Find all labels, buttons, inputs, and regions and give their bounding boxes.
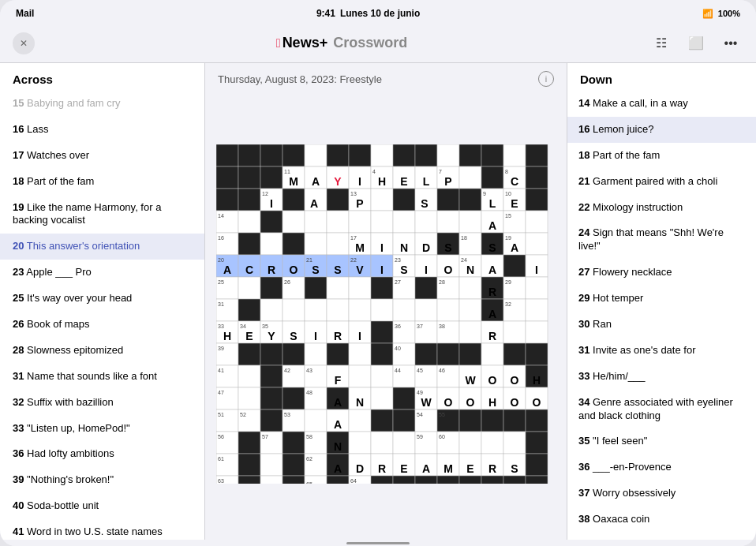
- info-icon[interactable]: i: [538, 71, 554, 87]
- svg-rect-224: [437, 343, 459, 365]
- clue-across-39[interactable]: 39 "Nothing's broken!": [0, 467, 204, 493]
- svg-text:21: 21: [306, 257, 313, 263]
- clue-across-23[interactable]: 23 Apple ___ Pro: [0, 260, 204, 286]
- clue-down-36[interactable]: 36 ___-en-Provence: [567, 454, 756, 481]
- clue-down-21[interactable]: 21 Garment paired with a choli: [567, 169, 756, 195]
- more-button[interactable]: •••: [718, 31, 743, 56]
- clue-across-18[interactable]: 18 Part of the fam: [0, 169, 204, 195]
- svg-rect-153: [371, 277, 393, 299]
- svg-rect-326: [238, 454, 260, 476]
- clue-down-38[interactable]: 38 Oaxaca coin: [567, 507, 756, 533]
- clue-down-29[interactable]: 29 Hot temper: [567, 286, 756, 312]
- svg-rect-77: [415, 211, 437, 233]
- clue-down-37[interactable]: 37 Worry obsessively: [567, 481, 756, 507]
- svg-rect-359: [393, 476, 415, 484]
- svg-rect-175: [393, 299, 415, 321]
- svg-rect-228: [526, 343, 548, 365]
- clue-across-17[interactable]: 17 Watches over: [0, 143, 204, 169]
- clue-down-14[interactable]: 14 Make a call, in a way: [567, 91, 756, 117]
- svg-rect-147: [238, 277, 260, 299]
- clue-across-33[interactable]: 33 "Listen up, HomePod!": [0, 416, 204, 442]
- clue-across-32[interactable]: 32 Suffix with bazillion: [0, 390, 204, 416]
- svg-rect-361: [437, 476, 459, 484]
- svg-text:51: 51: [218, 412, 224, 417]
- clue-across-25[interactable]: 25 It's way over your head: [0, 286, 204, 312]
- list-view-button[interactable]: ☷: [649, 31, 674, 56]
- svg-text:S: S: [290, 330, 297, 342]
- svg-rect-290: [371, 410, 393, 432]
- svg-text:O: O: [444, 264, 453, 276]
- svg-text:54: 54: [417, 412, 423, 417]
- svg-rect-12: [481, 144, 503, 166]
- fullscreen-icon: ⬜: [688, 36, 704, 50]
- apple-logo: : [276, 36, 281, 50]
- svg-text:23: 23: [395, 257, 401, 263]
- clue-down-30[interactable]: 30 Ran: [567, 312, 756, 338]
- svg-rect-220: [349, 343, 371, 365]
- svg-rect-155: [415, 277, 437, 299]
- svg-rect-316: [481, 432, 503, 454]
- svg-text:M: M: [443, 462, 453, 475]
- clue-down-31[interactable]: 31 Invite as one's date for: [567, 338, 756, 364]
- svg-rect-173: [349, 299, 371, 321]
- clue-down-35[interactable]: 35 "I feel seen": [567, 428, 756, 454]
- svg-rect-44: [238, 189, 260, 211]
- clue-down-34[interactable]: 34 Genre associated with eyeliner and bl…: [567, 390, 756, 429]
- svg-text:53: 53: [284, 412, 290, 417]
- svg-text:R: R: [488, 286, 496, 298]
- svg-text:S: S: [334, 264, 341, 276]
- clue-across-19[interactable]: 19 Like the name Harmony, for a backing …: [0, 195, 204, 234]
- svg-rect-237: [349, 365, 371, 387]
- svg-rect-79: [459, 211, 481, 233]
- svg-rect-75: [371, 211, 393, 233]
- clue-across-prev[interactable]: 15 Babying and fam cry: [0, 91, 204, 117]
- svg-text:I: I: [380, 241, 384, 254]
- svg-rect-74: [349, 211, 371, 233]
- clue-across-40[interactable]: 40 Soda-bottle unit: [0, 493, 204, 519]
- svg-text:35: 35: [262, 323, 268, 329]
- svg-text:O: O: [533, 396, 541, 409]
- clue-across-31[interactable]: 31 Name that sounds like a font: [0, 364, 204, 390]
- svg-rect-192: [371, 321, 393, 343]
- close-icon: ✕: [20, 38, 28, 49]
- svg-text:I: I: [535, 264, 538, 276]
- svg-rect-150: [305, 277, 327, 299]
- clue-down-18[interactable]: 18 Part of the fam: [567, 143, 756, 169]
- status-date: Lunes 10 de junio: [340, 8, 420, 19]
- clue-down-24[interactable]: 24 Sign that means "Shh! We're live!": [567, 220, 756, 260]
- svg-rect-307: [283, 432, 305, 454]
- svg-rect-287: [305, 410, 327, 432]
- svg-text:R: R: [268, 264, 275, 276]
- svg-rect-48: [327, 189, 349, 211]
- clue-across-41[interactable]: 41 Word in two U.S. state names: [0, 519, 204, 540]
- svg-text:F: F: [335, 374, 342, 387]
- svg-text:A: A: [334, 418, 342, 431]
- clue-across-36[interactable]: 36 Had lofty ambitions: [0, 441, 204, 467]
- info-symbol: i: [545, 74, 547, 84]
- svg-rect-1: [238, 144, 260, 166]
- clue-across-26[interactable]: 26 Book of maps: [0, 312, 204, 338]
- svg-rect-78: [437, 211, 459, 233]
- clue-down-27[interactable]: 27 Flowery necklace: [567, 260, 756, 286]
- fullscreen-button[interactable]: ⬜: [683, 31, 709, 56]
- svg-text:4: 4: [372, 169, 376, 174]
- svg-text:15: 15: [505, 213, 511, 219]
- clue-across-16[interactable]: 16 Lass: [0, 117, 204, 143]
- svg-rect-233: [260, 365, 283, 387]
- svg-text:M: M: [289, 175, 298, 188]
- svg-text:S: S: [400, 264, 407, 276]
- clue-down-22[interactable]: 22 Mixology instruction: [567, 195, 756, 221]
- clue-across-20[interactable]: 20 This answer's orientation: [0, 234, 204, 260]
- clue-down-16[interactable]: 16 Lemon juice?: [567, 117, 756, 143]
- svg-rect-2: [260, 144, 283, 166]
- clue-down-33[interactable]: 33 He/him/___: [567, 364, 756, 390]
- svg-text:L: L: [423, 175, 430, 188]
- close-button[interactable]: ✕: [13, 32, 35, 54]
- svg-text:11: 11: [284, 169, 290, 174]
- svg-rect-71: [283, 211, 305, 233]
- svg-rect-27: [481, 166, 503, 189]
- clue-across-28[interactable]: 28 Slowness epitomized: [0, 338, 204, 364]
- svg-text:E: E: [511, 197, 518, 210]
- svg-text:W: W: [465, 374, 476, 387]
- crossword-svg[interactable]: .gc { stroke: #bbb; stroke-width: 0.5; }…: [216, 144, 556, 484]
